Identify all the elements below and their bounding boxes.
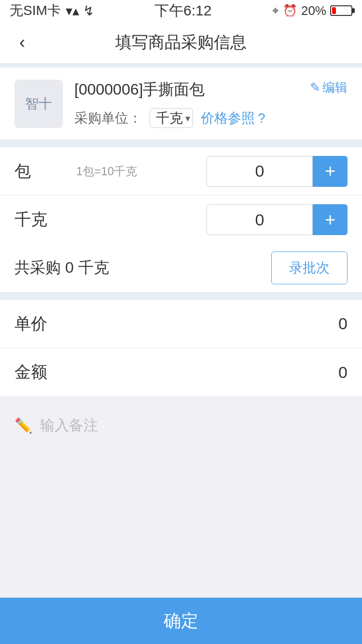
product-unit-row: 采购单位： 千克 价格参照 ?	[74, 108, 348, 128]
amount-label: 金额	[14, 361, 338, 383]
summary-text: 共采购 0 千克	[14, 257, 271, 279]
bottom-spacer	[0, 454, 362, 599]
price-ref-button[interactable]: 价格参照 ?	[201, 109, 265, 127]
product-info: [0000006]手撕面包 采购单位： 千克 价格参照 ?	[74, 79, 348, 128]
amount-row: 金额 0	[0, 348, 362, 396]
note-placeholder: 输入备注	[40, 416, 98, 435]
unit-select-wrap[interactable]: 千克	[150, 108, 193, 128]
kg-plus-button[interactable]: +	[313, 204, 348, 235]
status-bar: 无SIM卡 ▾▴ ↯ 下午6:12 ⌖ ⏰ 20%	[0, 0, 362, 21]
edit-button[interactable]: ✎ 编辑	[310, 79, 348, 96]
kg-input-controls: +	[207, 204, 348, 235]
edit-label: 编辑	[322, 79, 348, 96]
price-ref-label: 价格参照	[201, 109, 255, 127]
wifi-icon: ▾▴ ↯	[66, 3, 94, 19]
unit-price-label: 单价	[14, 313, 338, 335]
section-divider-1	[0, 140, 362, 147]
bag-sub-label: 1包=10千克	[76, 164, 137, 179]
unit-price-row: 单价 0	[0, 300, 362, 348]
battery-percent: 20%	[301, 3, 326, 18]
product-name: [0000006]手撕面包	[74, 79, 348, 100]
pencil-icon: ✏️	[14, 417, 32, 434]
confirm-button[interactable]: 确定	[164, 609, 198, 633]
price-section: 单价 0 金额 0	[0, 300, 362, 396]
bag-input-controls: +	[207, 156, 348, 187]
edit-icon: ✎	[310, 80, 320, 95]
status-right: ⌖ ⏰ 20%	[272, 3, 352, 18]
battery-icon	[330, 5, 352, 16]
bag-quantity-input[interactable]	[207, 156, 313, 187]
record-batch-button[interactable]: 录批次	[271, 252, 348, 284]
top-divider	[0, 64, 362, 68]
summary-row: 共采购 0 千克 录批次	[0, 244, 362, 292]
bag-input-row: 包 1包=10千克 +	[0, 147, 362, 196]
time-label: 下午6:12	[154, 1, 211, 21]
product-thumbnail: 智十	[14, 80, 63, 128]
section-divider-2	[0, 292, 362, 300]
confirm-bar[interactable]: 确定	[0, 598, 362, 644]
amount-value: 0	[338, 363, 348, 382]
kg-quantity-input[interactable]	[207, 204, 313, 235]
note-section[interactable]: ✏️ 输入备注	[0, 396, 362, 454]
alarm-icon: ⏰	[283, 4, 297, 17]
kg-label: 千克	[14, 209, 72, 231]
bag-plus-button[interactable]: +	[313, 156, 348, 187]
back-button[interactable]: ‹	[14, 28, 30, 57]
product-logo: 智十	[25, 96, 52, 112]
page-title: 填写商品采购信息	[115, 31, 247, 54]
location-icon: ⌖	[272, 4, 279, 17]
unit-price-value: 0	[338, 314, 348, 333]
bag-label: 包	[14, 160, 72, 182]
question-icon: ?	[258, 111, 265, 126]
carrier-label: 无SIM卡	[10, 1, 61, 20]
input-section: 包 1包=10千克 + 千克 +	[0, 147, 362, 244]
status-left: 无SIM卡 ▾▴ ↯	[10, 1, 94, 20]
unit-label: 采购单位：	[74, 109, 142, 127]
battery-fill	[332, 7, 336, 14]
unit-select[interactable]: 千克	[150, 108, 193, 128]
product-card: 智十 [0000006]手撕面包 采购单位： 千克 价格参照 ? ✎ 编辑	[0, 68, 362, 140]
kg-input-row: 千克 +	[0, 196, 362, 244]
nav-bar: ‹ 填写商品采购信息	[0, 21, 362, 64]
